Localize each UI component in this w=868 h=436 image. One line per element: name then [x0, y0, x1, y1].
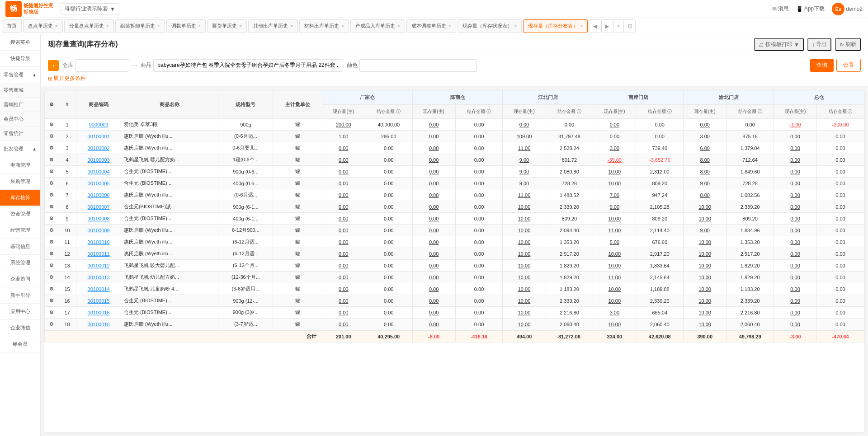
- th-nangang-stock: 现存量(主): [593, 105, 636, 119]
- tab-assemble[interactable]: 组装拆卸单历史 ×: [115, 19, 165, 33]
- expand-conditions-button[interactable]: ⊞ 展开更多条件: [48, 75, 861, 82]
- app-download-nav[interactable]: 📱 App下载: [796, 5, 825, 13]
- table-wrapper[interactable]: ⚙ # 商品编码 商品名称 规格型号 主计量单位 厂家仓 陈南仓 江北门店 南岸…: [44, 90, 864, 432]
- row-gear[interactable]: ⚙: [45, 189, 58, 201]
- row-gear[interactable]: ⚙: [45, 201, 58, 213]
- query-button[interactable]: 查询: [810, 59, 834, 72]
- row-gear[interactable]: ⚙: [45, 119, 58, 131]
- tab-close-all-btn[interactable]: ×: [613, 19, 624, 33]
- sidebar-item-operations[interactable]: 经营管理: [0, 222, 40, 239]
- tab-close-icon[interactable]: ×: [341, 23, 344, 28]
- sidebar-item-guide[interactable]: 新手引导: [0, 287, 40, 304]
- sidebar-item-search[interactable]: 搜索英单: [0, 34, 40, 51]
- sidebar-item-marketing[interactable]: 营销推广: [0, 98, 40, 112]
- tab-close-icon[interactable]: ×: [397, 23, 400, 28]
- th-yubei-group: 渝北门店: [684, 90, 774, 105]
- row-code: 00100011: [76, 248, 121, 260]
- row-nangang-amount: 676.60: [636, 236, 684, 248]
- sidebar-item-member[interactable]: 畅会员: [0, 336, 40, 352]
- tab-stock-distribution[interactable]: 现存量（库存分布表） ×: [523, 19, 588, 33]
- row-gear[interactable]: ⚙: [45, 236, 58, 248]
- tab-close-icon[interactable]: ×: [198, 23, 201, 28]
- tab-other-out[interactable]: 其他出库单历史 ×: [248, 19, 298, 33]
- row-code: 00100018: [76, 319, 121, 331]
- sidebar-item-quick-nav[interactable]: 快捷导航: [0, 51, 40, 67]
- row-jiangbei-stock: 10.00: [503, 248, 546, 260]
- warehouse-ellipsis[interactable]: ···: [131, 61, 137, 70]
- sidebar-item-retail-mgmt[interactable]: 零售管理 ▲: [0, 67, 40, 83]
- row-gear[interactable]: ⚙: [45, 283, 58, 295]
- goods-input[interactable]: [153, 59, 343, 72]
- sidebar-item-enterprise[interactable]: 企业协同: [0, 271, 40, 287]
- row-gear[interactable]: ⚙: [45, 295, 58, 307]
- sidebar-item-retail-mall[interactable]: 零售商城: [0, 83, 40, 98]
- tab-prev-btn[interactable]: ◀: [590, 19, 600, 33]
- message-nav[interactable]: ✉ 消息: [772, 5, 789, 13]
- tab-stock-status[interactable]: 现存量（库存状况表） ×: [458, 19, 522, 33]
- row-gear[interactable]: ⚙: [45, 166, 58, 178]
- warehouse-input[interactable]: [75, 59, 129, 72]
- sidebar-item-wechat[interactable]: 企业微信: [0, 320, 40, 336]
- tab-order[interactable]: 要货单历史 ×: [207, 19, 247, 33]
- tab-product-in[interactable]: 产成品入库单历史 ×: [350, 19, 405, 33]
- tab-expand-btn[interactable]: ⊡: [625, 19, 636, 33]
- tab-close-icon[interactable]: ×: [157, 23, 160, 28]
- row-yubei-stock: 10.00: [684, 201, 726, 213]
- row-jiangbei-amount: 2,917.20: [546, 248, 593, 260]
- sidebar-item-ecommerce[interactable]: 电商管理: [0, 157, 40, 173]
- tab-close-icon[interactable]: ×: [239, 23, 242, 28]
- expand-toggle-button[interactable]: ›: [48, 60, 59, 71]
- row-gear[interactable]: ⚙: [45, 319, 58, 331]
- tab-close-icon[interactable]: ×: [55, 23, 58, 28]
- tab-close-icon[interactable]: ×: [514, 23, 517, 28]
- row-gear[interactable]: ⚙: [45, 225, 58, 236]
- row-unit: 罐: [273, 213, 322, 225]
- sidebar-item-wholesale-mgmt[interactable]: 批发管理 ▲: [0, 141, 40, 157]
- tab-home[interactable]: 首页: [2, 19, 22, 33]
- tab-close-icon[interactable]: ×: [580, 23, 583, 28]
- row-gear[interactable]: ⚙: [45, 131, 58, 142]
- expand-row: ⊞ 展开更多条件: [48, 75, 861, 82]
- row-unit: 罐: [273, 248, 322, 260]
- row-spec: (12-36个月...: [218, 272, 273, 283]
- tab-split-check[interactable]: 分量盘点单历史 ×: [64, 19, 114, 33]
- tab-close-icon[interactable]: ×: [106, 23, 109, 28]
- sidebar-item-inventory[interactable]: 库存核算: [0, 190, 40, 206]
- setting-button[interactable]: 设置: [836, 59, 861, 72]
- print-button[interactable]: 🖨 按模板打印 ▼: [754, 38, 804, 51]
- tab-inventory-check[interactable]: 盘点单历史 ×: [23, 19, 63, 33]
- tab-transfer[interactable]: 调拨单历史 ×: [166, 19, 206, 33]
- row-nangang-stock: 10.00: [593, 283, 636, 295]
- th-gear[interactable]: ⚙: [45, 90, 58, 119]
- tab-cost-adjust[interactable]: 成本调整单历史 ×: [406, 19, 456, 33]
- row-gear[interactable]: ⚙: [45, 307, 58, 319]
- row-index: 7: [58, 189, 76, 201]
- row-gear[interactable]: ⚙: [45, 154, 58, 166]
- sidebar-item-purchase[interactable]: 采购管理: [0, 173, 40, 190]
- row-unit: 罐: [273, 178, 322, 189]
- row-gear[interactable]: ⚙: [45, 142, 58, 154]
- refresh-button[interactable]: ↻ 刷新: [835, 38, 861, 51]
- sidebar-item-basic-info[interactable]: 基础信息: [0, 239, 40, 255]
- row-nangang-stock: 10.00: [593, 260, 636, 272]
- tab-close-icon[interactable]: ×: [448, 23, 451, 28]
- tab-material-out[interactable]: 材料出库单历史 ×: [299, 19, 349, 33]
- sidebar-item-system[interactable]: 系统管理: [0, 255, 40, 271]
- row-gear[interactable]: ⚙: [45, 272, 58, 283]
- tab-next-btn[interactable]: ▶: [601, 19, 612, 33]
- row-total-amount: 0.00: [817, 142, 864, 154]
- industry-dropdown[interactable]: 母婴行业演示陈套 ▼: [61, 3, 119, 14]
- row-gear[interactable]: ⚙: [45, 213, 58, 225]
- tab-close-icon[interactable]: ×: [290, 23, 293, 28]
- sidebar-item-member-center[interactable]: 会员中心: [0, 112, 40, 127]
- color-input[interactable]: [359, 59, 477, 72]
- row-factory-stock: 0.00: [322, 283, 365, 295]
- row-gear[interactable]: ⚙: [45, 178, 58, 189]
- user-nav[interactable]: Ea demo2: [832, 3, 863, 15]
- sidebar-item-finance[interactable]: 资金管理: [0, 206, 40, 222]
- row-gear[interactable]: ⚙: [45, 260, 58, 272]
- export-button[interactable]: ↓ 导出: [807, 38, 831, 51]
- sidebar-item-retail-stats[interactable]: 零售统计: [0, 127, 40, 141]
- sidebar-item-app-center[interactable]: 应用中心: [0, 304, 40, 320]
- row-gear[interactable]: ⚙: [45, 248, 58, 260]
